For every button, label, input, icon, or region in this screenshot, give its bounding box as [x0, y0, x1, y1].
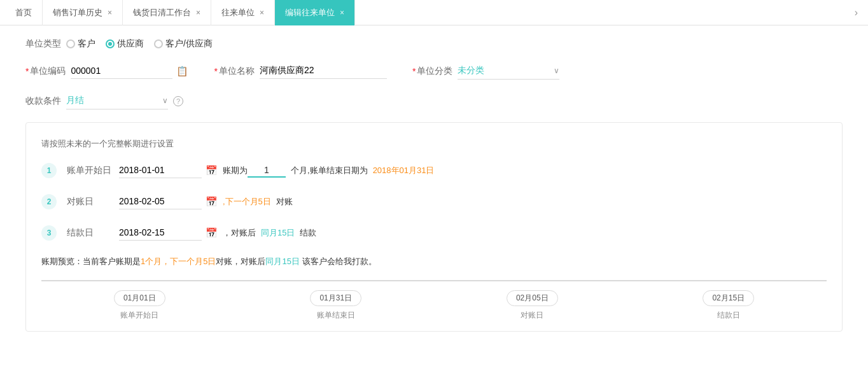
- preview-label: 账期预览：当前客户账期是: [41, 257, 141, 266]
- unit-type-radio-group: 客户 供应商 客户/供应商: [66, 38, 213, 50]
- timeline-labels: 01月01日 账单开始日 01月31日 账单结束日 02月05日 对账日 02月…: [41, 290, 827, 321]
- unit-type-label: 单位类型: [25, 38, 61, 50]
- step-2-highlight1: ,下一个月5日: [223, 196, 271, 208]
- unit-category-select[interactable]: 未分类 ∨: [458, 62, 559, 80]
- tab-edit-partner-label: 编辑往来单位: [285, 7, 335, 18]
- step-3-date-input[interactable]: [119, 225, 202, 241]
- tab-partner-close[interactable]: ×: [260, 8, 264, 17]
- tl-item-1: 01月31日 账单结束日: [238, 290, 435, 321]
- tl-item-2: 02月05日 对账日: [434, 290, 631, 321]
- tab-home-label: 首页: [15, 7, 32, 18]
- step-1-label: 账单开始日: [67, 165, 111, 176]
- payment-terms-help[interactable]: ?: [173, 96, 183, 106]
- tab-edit-partner-close[interactable]: ×: [340, 8, 344, 17]
- unit-name-star: *: [214, 66, 217, 76]
- unit-category-value: 未分类: [458, 65, 549, 76]
- step-3-prefix: ，对账后: [223, 227, 256, 239]
- unit-code-input[interactable]: [71, 63, 172, 79]
- radio-customer-label: 客户: [78, 38, 95, 50]
- preview-end: 该客户会给我打款。: [302, 257, 377, 266]
- radio-customer[interactable]: 客户: [66, 38, 95, 50]
- step-1-end-date: 2018年01月31日: [373, 165, 435, 176]
- payment-terms-row: 收款条件 月结 ∨ ?: [25, 92, 843, 109]
- preview-text: 账期预览：当前客户账期是1个月，下一个月5日对账，对账后同月15日 该客户会给我…: [41, 256, 827, 267]
- unit-info-row: * 单位编码 📋 * 单位名称 * 单位分类 未分类 ∨: [25, 62, 843, 80]
- unit-type-field: 单位类型 客户 供应商 客户/供应商: [25, 38, 213, 50]
- unit-name-input[interactable]: [260, 63, 387, 79]
- step-1-date-input[interactable]: [119, 162, 202, 178]
- radio-supplier-circle: [106, 39, 115, 48]
- timeline-track: [41, 280, 827, 281]
- tabs-bar: 首页 销售订单历史 × 钱货日清工作台 × 往来单位 × 编辑往来单位 × ›: [0, 0, 868, 25]
- radio-both[interactable]: 客户/供应商: [154, 38, 213, 50]
- tab-cash-work-close[interactable]: ×: [196, 8, 200, 17]
- radio-both-label: 客户/供应商: [165, 38, 213, 50]
- payment-terms-label: 收款条件: [25, 95, 61, 107]
- unit-code-icon[interactable]: 📋: [176, 66, 188, 77]
- tl-label-3: 结款日: [717, 310, 740, 321]
- step-1-period-input[interactable]: [248, 164, 286, 178]
- page-content: 单位类型 客户 供应商 客户/供应商 * 单位编码: [0, 25, 868, 387]
- tab-partner[interactable]: 往来单位 ×: [211, 0, 275, 25]
- unit-category-arrow: ∨: [554, 66, 559, 75]
- tl-label-1: 账单结束日: [317, 310, 355, 321]
- tl-item-3: 02月15日 结款日: [631, 290, 827, 321]
- radio-customer-circle: [66, 39, 75, 48]
- tl-date-2: 02月05日: [507, 290, 558, 306]
- step-1-suffix-before: 账期为: [223, 165, 248, 176]
- step-1-suffix-after: 个月,账单结束日期为: [291, 165, 368, 176]
- step-3-highlight2: 同月15日: [261, 227, 295, 239]
- unit-name-label: 单位名称: [219, 66, 255, 77]
- tab-cash-work-label: 钱货日清工作台: [133, 7, 191, 18]
- preview-part1: 1个月，: [141, 257, 170, 266]
- step-1-row: 1 账单开始日 📅 账期为 个月,账单结束日期为 2018年01月31日: [41, 162, 827, 178]
- step-1-calendar-icon[interactable]: 📅: [206, 165, 218, 176]
- step-3-calendar-icon[interactable]: 📅: [206, 227, 218, 239]
- step-2-row: 2 对账日 📅 ,下一个月5日 对账: [41, 194, 827, 209]
- tab-sales-history-close[interactable]: ×: [108, 8, 112, 17]
- step-1-num: 1: [41, 163, 57, 178]
- tab-sales-history-label: 销售订单历史: [53, 7, 102, 18]
- step-2-date-input[interactable]: [119, 194, 202, 209]
- unit-code-field: * 单位编码 📋: [25, 63, 188, 79]
- tab-cash-work[interactable]: 钱货日清工作台 ×: [123, 0, 211, 25]
- unit-category-label: 单位分类: [417, 66, 452, 77]
- tl-date-3: 02月15日: [703, 290, 754, 306]
- step-2-label: 对账日: [67, 196, 111, 208]
- settings-panel: 请按照未来的一个完整帐期进行设置 1 账单开始日 📅 账期为 个月,账单结束日期…: [25, 122, 843, 332]
- tl-label-0: 账单开始日: [120, 310, 158, 321]
- payment-terms-value: 月结: [66, 95, 157, 106]
- unit-code-star: *: [25, 66, 29, 76]
- panel-description: 请按照未来的一个完整帐期进行设置: [41, 138, 827, 150]
- radio-both-circle: [154, 39, 163, 48]
- step-3-num: 3: [41, 225, 57, 241]
- tl-date-1: 01月31日: [310, 290, 361, 306]
- step-3-row: 3 结款日 📅 ，对账后 同月15日 结款: [41, 225, 827, 241]
- payment-terms-select[interactable]: 月结 ∨: [66, 92, 168, 109]
- tab-sales-history[interactable]: 销售订单历史 ×: [43, 0, 123, 25]
- step-3-suffix: 结款: [300, 227, 316, 239]
- tab-partner-label: 往来单位: [221, 7, 255, 18]
- tl-date-0: 01月01日: [114, 290, 165, 306]
- tl-item-0: 01月01日 账单开始日: [41, 290, 238, 321]
- step-2-calendar-icon[interactable]: 📅: [206, 196, 218, 208]
- payment-terms-arrow: ∨: [162, 96, 168, 105]
- preview-part2: 下一个月5日: [170, 257, 216, 266]
- step-3-label: 结款日: [67, 227, 111, 239]
- timeline: 01月01日 账单开始日 01月31日 账单结束日 02月05日 对账日 02月…: [41, 280, 827, 321]
- radio-supplier-label: 供应商: [117, 38, 144, 50]
- unit-category-field: * 单位分类 未分类 ∨: [412, 62, 559, 80]
- tab-home[interactable]: 首页: [5, 0, 43, 25]
- preview-mid: 对账，对账后: [216, 257, 265, 266]
- payment-terms-field: 收款条件 月结 ∨ ?: [25, 92, 183, 109]
- unit-name-field: * 单位名称: [214, 63, 386, 79]
- tl-label-2: 对账日: [521, 310, 543, 321]
- unit-category-star: *: [412, 66, 416, 76]
- preview-part3: 同月15日: [265, 257, 299, 266]
- tab-more-button[interactable]: ›: [850, 7, 863, 18]
- unit-code-label: 单位编码: [30, 66, 66, 77]
- radio-supplier[interactable]: 供应商: [106, 38, 144, 50]
- tab-edit-partner[interactable]: 编辑往来单位 ×: [275, 0, 355, 25]
- step-2-num: 2: [41, 194, 57, 209]
- step-2-suffix: 对账: [276, 196, 293, 208]
